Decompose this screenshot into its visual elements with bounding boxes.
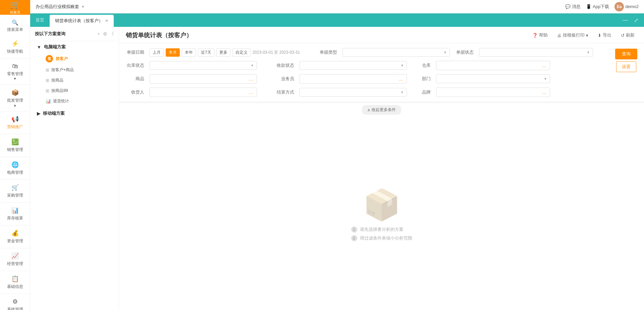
tab-home[interactable]: 首页	[30, 13, 50, 27]
panel-settings-icon[interactable]: ⚙	[103, 31, 107, 37]
doc-type-select[interactable]: ▾	[342, 48, 450, 57]
tree-expand-icon-mobile: ▶	[37, 111, 40, 116]
panel-add-icon[interactable]: ＋	[96, 31, 101, 37]
tree-item-by-goods[interactable]: ⊞ 按商品	[42, 75, 119, 86]
grid-icon-3: ⊞	[46, 88, 49, 93]
doc-type-arrow-icon: ▾	[444, 50, 446, 55]
sidebar-item-sales[interactable]: 💹 销售管理	[0, 134, 30, 157]
marketing-icon: 📢	[11, 115, 19, 123]
filter-area: 单据日期 上月 本月 本年 近7天 更多 自定义 2023-03-01 至 20…	[119, 43, 644, 102]
sidebar-item-ecommerce[interactable]: 🌐 电商管理	[0, 157, 30, 180]
date-btn-more[interactable]: 更多	[216, 48, 230, 57]
date-btn-7days[interactable]: 近7天	[198, 48, 214, 57]
panel-collapse-icon[interactable]: 《	[109, 31, 114, 37]
date-btn-group: 上月 本月 本年 近7天 更多 自定义 2023-03-01 至 2023-03…	[150, 48, 300, 57]
app-download-btn[interactable]: 📱 App下载	[586, 4, 609, 10]
left-panel: 按以下方案查询 ＋ ⚙ 《 ▼ 电脑端方案 客 按客户 ⊞	[30, 27, 119, 310]
warehouse-input[interactable]: …	[436, 61, 550, 70]
settings-btn[interactable]: 设置	[616, 61, 636, 72]
goods-dots: …	[249, 76, 253, 82]
tree-pc-section[interactable]: ▼ 电脑端方案	[30, 41, 119, 53]
main-area: 办公用品行业模拟账套 ▾ 💬 消息 📱 App下载 Ea demo2 首页 销货…	[30, 0, 644, 310]
operation-icon: 📈	[11, 252, 19, 260]
sidebar-item-search[interactable]: 🔍 搜索菜单	[7, 15, 23, 36]
print-icon: 🖨	[557, 33, 561, 38]
avatar: Ea	[614, 2, 624, 11]
tree-item-return-stats[interactable]: 📊 退货统计	[42, 96, 119, 106]
tab-maximize-btn[interactable]: ⤢	[632, 16, 640, 24]
panel-header-actions: ＋ ⚙ 《	[96, 31, 114, 37]
export-icon: ⬇	[598, 33, 601, 38]
settlement-select[interactable]: ▾	[300, 88, 407, 97]
wholesale-icon: 📦	[11, 89, 19, 96]
salesman-input[interactable]: …	[300, 74, 407, 84]
collapse-icon: ∧	[367, 108, 370, 112]
refresh-btn[interactable]: ↺ 刷新	[618, 31, 637, 40]
help-btn[interactable]: ❓ 帮助	[530, 31, 550, 40]
sidebar-item-wholesale[interactable]: 📦 批发管理 ▲	[0, 85, 30, 111]
sidebar-item-marketing[interactable]: 📢 营销推广	[0, 111, 30, 134]
warehouse-dots: …	[542, 63, 546, 68]
doc-status-select[interactable]: ▾	[479, 48, 593, 57]
out-status-select[interactable]: ▾	[150, 61, 257, 70]
tab-close-icon[interactable]: ✕	[105, 18, 108, 23]
query-btn[interactable]: 查询	[615, 49, 637, 59]
collect-status-arrow-icon: ▾	[401, 63, 403, 68]
brand-label: 品牌	[412, 89, 431, 95]
industry-label: 办公用品行业模拟账套	[36, 4, 79, 10]
tree-mobile-section[interactable]: ▶ 移动端方案	[30, 108, 119, 119]
sidebar-item-operation[interactable]: 📈 经营管理	[0, 248, 30, 271]
tree-item-by-customer-goods[interactable]: ⊞ 按客户+商品	[42, 65, 119, 75]
bar-icon: 📊	[46, 99, 51, 104]
sidebar-item-basicinfo[interactable]: 📋 基础信息	[0, 271, 30, 294]
date-btn-custom[interactable]: 自定义	[232, 48, 251, 57]
page-actions: ❓ 帮助 🖨 按模板打印 ▾ ⬇ 导出 ↺ 刷新	[530, 31, 637, 40]
tab-minimize-btn[interactable]: —	[621, 16, 629, 24]
template-print-btn[interactable]: 🖨 按模板打印 ▾	[554, 31, 591, 40]
help-icon: ❓	[532, 33, 538, 38]
settlement-arrow-icon: ▾	[401, 90, 403, 95]
date-btn-this-month[interactable]: 本月	[166, 48, 180, 57]
sidebar-item-inventory[interactable]: 📊 库存核算	[0, 203, 30, 225]
topbar-left: 办公用品行业模拟账套 ▾	[36, 4, 84, 10]
goods-label: 商品	[126, 76, 144, 82]
sidebar: 🛒 标服员 🔍 搜索菜单 ⚡ 快捷导航 🛍 零售管理 ▼ 📦 批发管理 ▲ 📢 …	[0, 0, 30, 310]
right-panel: 销货单统计表（按客户） ❓ 帮助 🖨 按模板打印 ▾ ⬇ 导出	[119, 27, 644, 310]
sidebar-item-retail[interactable]: 🛍 零售管理 ▼	[0, 59, 30, 85]
content-area: 按以下方案查询 ＋ ⚙ 《 ▼ 电脑端方案 客 按客户 ⊞	[30, 27, 644, 310]
filter-fields: 单据日期 上月 本月 本年 近7天 更多 自定义 2023-03-01 至 20…	[126, 48, 610, 97]
tree-item-by-customer[interactable]: 客 按客户	[42, 53, 119, 65]
date-btn-last-month[interactable]: 上月	[150, 48, 164, 57]
settlement-label: 结算方式	[276, 89, 294, 95]
sales-icon: 💹	[11, 138, 19, 146]
collect-status-select[interactable]: ▾	[300, 61, 407, 70]
out-status-arrow-icon: ▾	[251, 63, 253, 68]
tree-expand-icon: ▼	[37, 45, 41, 50]
collapse-row: ∧ 收起更多条件	[119, 103, 644, 118]
user-avatar-area[interactable]: Ea demo2	[614, 2, 639, 11]
brand-input[interactable]: …	[436, 88, 550, 97]
download-icon: 📱	[586, 4, 591, 9]
department-label: 部门	[412, 76, 431, 82]
date-btn-this-year[interactable]: 本年	[182, 48, 196, 57]
logo: 🛒 标服员	[0, 0, 30, 15]
goods-input[interactable]: …	[150, 74, 257, 84]
export-btn[interactable]: ⬇ 导出	[595, 31, 614, 40]
hint-num-1: 1	[351, 226, 357, 232]
sidebar-item-finance[interactable]: 💰 资金管理	[0, 225, 30, 248]
tree-item-by-goods-99[interactable]: ⊞ 按商品99	[42, 86, 119, 96]
doc-status-label: 单据状态	[455, 49, 474, 55]
empty-hint-2: 2 用过滤条件来缩小分析范围	[351, 235, 412, 241]
tab-sales-stat[interactable]: 销货单统计表（按客户） ✕	[50, 15, 114, 27]
receiver-input[interactable]: …	[150, 88, 257, 97]
message-btn[interactable]: 💬 消息	[565, 4, 581, 10]
sidebar-item-purchase[interactable]: 🛒 采购管理	[0, 180, 30, 203]
sidebar-item-quicknav[interactable]: ⚡ 快捷导航	[0, 36, 30, 59]
department-select[interactable]: ▾	[436, 74, 550, 83]
inventory-icon: 📊	[11, 207, 19, 214]
collapse-btn[interactable]: ∧ 收起更多条件	[362, 105, 401, 115]
tab-actions: — ⤢	[621, 16, 644, 24]
empty-hints: 1 请先选择要分析的方案 2 用过滤条件来缩小分析范围	[351, 226, 412, 241]
dropdown-icon[interactable]: ▾	[82, 4, 84, 9]
sidebar-item-system[interactable]: ⚙ 系统管理	[0, 294, 30, 310]
